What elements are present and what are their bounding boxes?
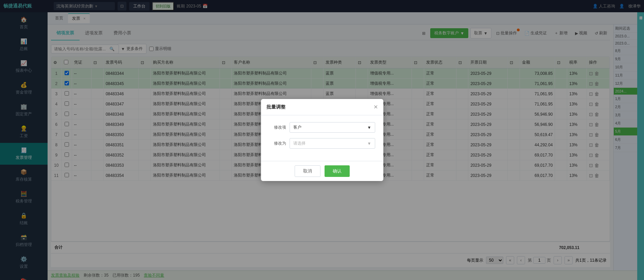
modify-placeholder: 请选择 <box>293 141 306 146</box>
form-row-modify: 修改为 请选择 ▼ <box>269 138 375 149</box>
field-dropdown-icon: ▼ <box>367 125 371 130</box>
modify-dropdown-icon: ▼ <box>367 141 371 146</box>
field-select[interactable]: 客户 ▼ <box>290 122 375 133</box>
batch-adjust-modal: 批量调整 ✕ 修改项 客户 ▼ 修改为 请选择 ▼ 取消 确认 <box>261 99 383 181</box>
field-label: 修改项 <box>269 125 286 130</box>
modal-overlay[interactable]: 批量调整 ✕ 修改项 客户 ▼ 修改为 请选择 ▼ 取消 确认 <box>0 0 644 280</box>
modal-cancel-btn[interactable]: 取消 <box>295 165 320 177</box>
modify-select[interactable]: 请选择 ▼ <box>290 138 375 149</box>
modal-body: 修改项 客户 ▼ 修改为 请选择 ▼ <box>261 115 383 161</box>
modify-label: 修改为 <box>269 141 286 146</box>
modal-confirm-btn[interactable]: 确认 <box>325 165 350 177</box>
field-value: 客户 <box>293 125 301 130</box>
form-row-field: 修改项 客户 ▼ <box>269 122 375 133</box>
modal-title: 批量调整 <box>266 104 285 110</box>
modal-header: 批量调整 ✕ <box>261 99 383 115</box>
modal-footer: 取消 确认 <box>261 161 383 181</box>
modal-close-btn[interactable]: ✕ <box>373 104 378 110</box>
